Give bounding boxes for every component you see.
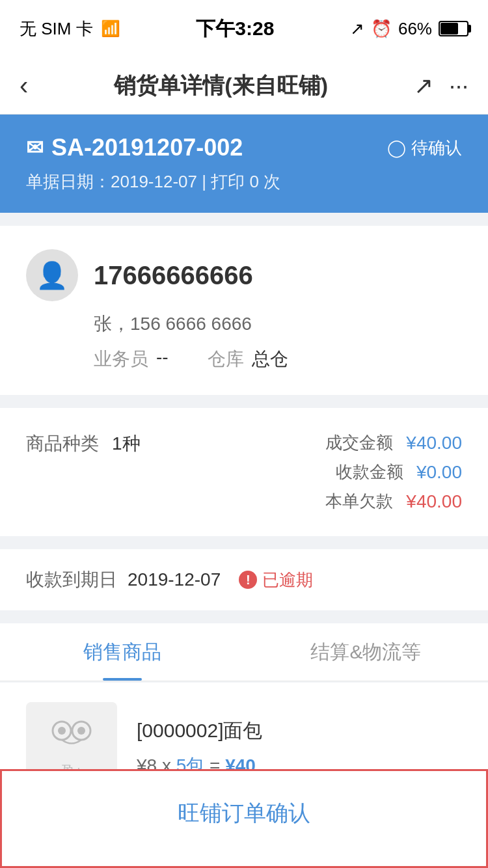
- order-icon: ✉: [26, 135, 44, 160]
- customer-info: 张，156 6666 6666: [26, 312, 462, 336]
- tab-active-underline: [103, 678, 142, 681]
- alarm-icon: ⏰: [371, 19, 392, 39]
- carrier-text: 无 SIM 卡: [20, 18, 93, 40]
- received-value: ¥0.00: [416, 462, 462, 483]
- svg-point-3: [77, 727, 85, 735]
- salesperson-value: --: [156, 347, 169, 372]
- customer-top: 👤 17666666666: [26, 249, 462, 301]
- overdue-text: 已逾期: [262, 569, 313, 591]
- due-label: 收款到期日: [26, 567, 117, 592]
- nav-actions: ↗ ···: [414, 72, 468, 100]
- product-name: [0000002]面包: [137, 718, 462, 744]
- battery-text: 66%: [398, 19, 432, 39]
- location-icon: ↗: [350, 19, 364, 39]
- owed-label: 本单欠款: [325, 490, 393, 513]
- tab-sales-product[interactable]: 销售商品: [0, 623, 244, 681]
- order-date: 单据日期：2019-12-07 | 打印 0 次: [26, 170, 462, 193]
- deal-amount-value: ¥40.00: [406, 433, 462, 454]
- salesperson-field: 业务员 --: [94, 347, 169, 372]
- salesperson-label: 业务员: [94, 347, 148, 372]
- status-right: ↗ ⏰ 66%: [350, 19, 468, 39]
- avatar: 👤: [26, 249, 78, 301]
- status-badge: ◯ 待确认: [387, 137, 462, 159]
- status-left: 无 SIM 卡 📶: [20, 18, 120, 40]
- nav-bar: ‹ 销货单详情(来自旺铺) ↗ ···: [0, 57, 488, 115]
- stats-left: 商品种类 1种: [26, 431, 244, 456]
- wifi-icon: 📶: [101, 20, 120, 38]
- stat-row-owed: 本单欠款 ¥40.00: [244, 490, 462, 513]
- warehouse-value: 总仓: [252, 347, 288, 372]
- status-bar: 无 SIM 卡 📶 下午3:28 ↗ ⏰ 66%: [0, 0, 488, 57]
- tab-sales-label: 销售商品: [83, 639, 161, 666]
- owl-eyes-icon: [49, 714, 94, 759]
- order-id: ✉ SA-20191207-002: [26, 134, 243, 161]
- time-display: 下午3:28: [196, 16, 274, 42]
- back-button[interactable]: ‹: [20, 71, 28, 100]
- battery-bar: [439, 21, 468, 36]
- more-icon[interactable]: ···: [449, 72, 468, 100]
- order-id-text: SA-20191207-002: [51, 134, 243, 161]
- clock-icon: ◯: [387, 138, 406, 158]
- tabs-bar: 销售商品 结算&物流等: [0, 623, 488, 681]
- overdue-badge: ! 已逾期: [239, 569, 313, 591]
- stat-row-deal: 成交金额 ¥40.00: [244, 431, 462, 454]
- confirm-button-wrap: 旺铺订单确认: [0, 769, 488, 868]
- category-label: 商品种类: [26, 431, 99, 456]
- avatar-icon: 👤: [36, 260, 68, 291]
- tab-settlement-label: 结算&物流等: [310, 639, 421, 666]
- deal-amount-label: 成交金额: [325, 431, 393, 454]
- stats-card: 商品种类 1种 成交金额 ¥40.00 收款金额 ¥0.00 本单欠款 ¥40.…: [0, 408, 488, 536]
- svg-point-2: [58, 727, 66, 735]
- stats-right: 成交金额 ¥40.00 收款金额 ¥0.00 本单欠款 ¥40.00: [244, 431, 462, 513]
- customer-phone: 17666666666: [94, 261, 253, 290]
- owed-value: ¥40.00: [406, 491, 462, 512]
- header-top: ✉ SA-20191207-002 ◯ 待确认: [26, 134, 462, 161]
- share-icon[interactable]: ↗: [414, 72, 433, 100]
- customer-card: 👤 17666666666 张，156 6666 6666 业务员 -- 仓库 …: [0, 226, 488, 395]
- customer-meta: 业务员 -- 仓库 总仓: [26, 347, 462, 372]
- received-label: 收款金额: [336, 461, 403, 483]
- confirm-order-button[interactable]: 旺铺订单确认: [28, 784, 460, 843]
- order-header: ✉ SA-20191207-002 ◯ 待确认 单据日期：2019-12-07 …: [0, 115, 488, 213]
- overdue-icon: !: [239, 571, 257, 589]
- page-title: 销货单详情(来自旺铺): [114, 71, 328, 101]
- due-date-card: 收款到期日 2019-12-07 ! 已逾期: [0, 549, 488, 610]
- stat-row-received: 收款金额 ¥0.00: [244, 461, 462, 483]
- warehouse-label: 仓库: [208, 347, 244, 372]
- tab-settlement[interactable]: 结算&物流等: [244, 623, 488, 681]
- due-date: 2019-12-07: [128, 569, 221, 590]
- status-text: 待确认: [411, 137, 462, 159]
- category-value: 1种: [112, 431, 141, 456]
- warehouse-field: 仓库 总仓: [208, 347, 288, 372]
